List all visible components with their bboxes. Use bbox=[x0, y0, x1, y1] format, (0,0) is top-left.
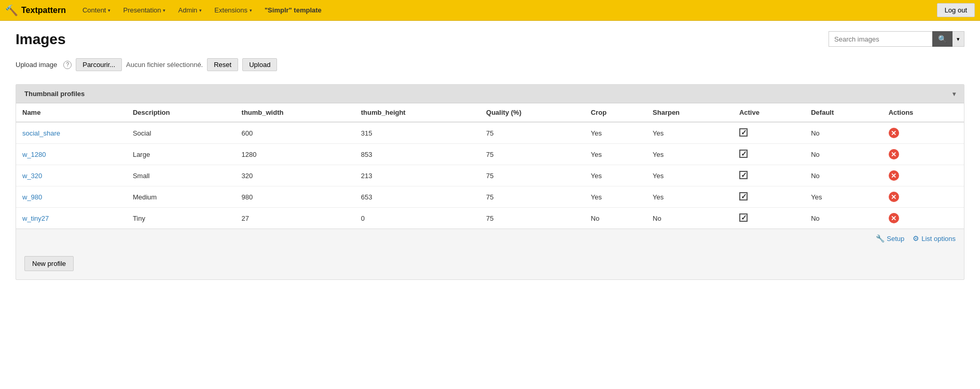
panel-collapse-icon[interactable]: ▾ bbox=[953, 90, 956, 98]
profile-default: No bbox=[805, 208, 882, 229]
profile-actions: ✕ bbox=[882, 208, 964, 229]
new-profile-button[interactable]: New profile bbox=[24, 256, 74, 271]
profile-description: Medium bbox=[127, 186, 236, 208]
gear-icon: ⚙ bbox=[913, 234, 919, 243]
profile-name-link[interactable]: w_tiny27 bbox=[22, 214, 49, 222]
nav-item-admin[interactable]: Admin ▾ bbox=[172, 0, 208, 21]
profile-description: Small bbox=[127, 165, 236, 186]
col-quality: Quality (%) bbox=[480, 103, 585, 122]
upload-row: Upload image ? Parcourir... Aucun fichie… bbox=[16, 58, 964, 71]
col-default: Default bbox=[805, 103, 882, 122]
table-header: Name Description thumb_width thumb_heigh… bbox=[16, 103, 964, 122]
profile-name-link[interactable]: social_share bbox=[22, 129, 60, 137]
panel-footer: 🔧 Setup ⚙ List options bbox=[16, 229, 964, 248]
page-title: Images bbox=[16, 31, 66, 48]
reset-button[interactable]: Reset bbox=[207, 58, 238, 71]
profiles-table: Name Description thumb_width thumb_heigh… bbox=[16, 103, 964, 229]
active-checkbox[interactable] bbox=[739, 171, 748, 179]
col-description: Description bbox=[127, 103, 236, 122]
nav-extensions-label: Extensions bbox=[214, 6, 247, 14]
profile-actions: ✕ bbox=[882, 122, 964, 144]
table-row: w_tiny27 Tiny 27 0 75 No No No ✕ bbox=[16, 208, 964, 229]
col-thumb-width: thumb_width bbox=[236, 103, 355, 122]
profile-crop: Yes bbox=[585, 165, 646, 186]
delete-icon[interactable]: ✕ bbox=[889, 170, 899, 181]
profile-thumb-height: 653 bbox=[355, 186, 480, 208]
file-name-display: Aucun fichier sélectionné. bbox=[126, 61, 203, 69]
profile-crop: No bbox=[585, 208, 646, 229]
active-checkbox[interactable] bbox=[739, 150, 748, 158]
active-checkbox[interactable] bbox=[739, 128, 748, 137]
wrench-icon: 🔧 bbox=[876, 234, 885, 243]
nav-presentation-label: Presentation bbox=[123, 6, 161, 14]
profile-active[interactable] bbox=[733, 208, 805, 229]
nav-item-presentation[interactable]: Presentation ▾ bbox=[117, 0, 172, 21]
profile-sharpen: Yes bbox=[646, 144, 733, 165]
table-row: w_1280 Large 1280 853 75 Yes Yes No ✕ bbox=[16, 144, 964, 165]
search-input[interactable] bbox=[829, 31, 932, 47]
delete-icon[interactable]: ✕ bbox=[889, 213, 899, 223]
delete-icon[interactable]: ✕ bbox=[889, 149, 899, 159]
nav-item-content[interactable]: Content ▾ bbox=[76, 0, 117, 21]
table-row: w_980 Medium 980 653 75 Yes Yes Yes ✕ bbox=[16, 186, 964, 208]
profile-active[interactable] bbox=[733, 165, 805, 186]
profile-thumb-width: 320 bbox=[236, 165, 355, 186]
profile-thumb-height: 0 bbox=[355, 208, 480, 229]
nav-item-extensions[interactable]: Extensions ▾ bbox=[208, 0, 258, 21]
brand-name: Textpattern bbox=[21, 6, 66, 15]
active-checkbox[interactable] bbox=[739, 213, 748, 222]
list-options-link[interactable]: ⚙ List options bbox=[913, 234, 956, 243]
upload-button[interactable]: Upload bbox=[242, 58, 277, 71]
browse-button[interactable]: Parcourir... bbox=[76, 58, 122, 71]
logout-button[interactable]: Log out bbox=[937, 3, 975, 17]
help-icon[interactable]: ? bbox=[63, 61, 72, 69]
page-header: Images 🔍 ▾ bbox=[16, 31, 964, 48]
delete-icon[interactable]: ✕ bbox=[889, 128, 899, 138]
profile-name-link[interactable]: w_980 bbox=[22, 193, 42, 201]
profile-name-link[interactable]: w_320 bbox=[22, 172, 42, 180]
profile-actions: ✕ bbox=[882, 165, 964, 186]
profile-thumb-width: 980 bbox=[236, 186, 355, 208]
profiles-panel: Thumbnail profiles ▾ Name Description th… bbox=[16, 84, 964, 280]
brand-logo[interactable]: 🔨 Textpattern bbox=[5, 4, 66, 17]
profile-crop: Yes bbox=[585, 144, 646, 165]
profile-thumb-width: 27 bbox=[236, 208, 355, 229]
profile-quality: 75 bbox=[480, 165, 585, 186]
active-checkbox[interactable] bbox=[739, 192, 748, 200]
profile-sharpen: Yes bbox=[646, 165, 733, 186]
nav-menu: Content ▾ Presentation ▾ Admin ▾ Extensi… bbox=[76, 0, 328, 21]
profile-quality: 75 bbox=[480, 186, 585, 208]
profiles-header: Thumbnail profiles ▾ bbox=[16, 85, 964, 103]
search-dropdown-button[interactable]: ▾ bbox=[953, 31, 964, 47]
profile-sharpen: Yes bbox=[646, 186, 733, 208]
table-wrapper: Name Description thumb_width thumb_heigh… bbox=[16, 103, 964, 229]
profile-sharpen: Yes bbox=[646, 122, 733, 144]
profile-default: No bbox=[805, 144, 882, 165]
search-button[interactable]: 🔍 bbox=[932, 31, 953, 47]
upload-label: Upload image bbox=[16, 61, 57, 69]
table-body: social_share Social 600 315 75 Yes Yes N… bbox=[16, 122, 964, 229]
col-thumb-height: thumb_height bbox=[355, 103, 480, 122]
profiles-title: Thumbnail profiles bbox=[24, 90, 85, 98]
delete-icon[interactable]: ✕ bbox=[889, 192, 899, 202]
profile-active[interactable] bbox=[733, 144, 805, 165]
profile-thumb-height: 213 bbox=[355, 165, 480, 186]
chevron-down-icon: ▾ bbox=[108, 8, 111, 13]
profile-description: Large bbox=[127, 144, 236, 165]
nav-template: "Simplr" template bbox=[258, 0, 328, 21]
profile-active[interactable] bbox=[733, 122, 805, 144]
nav-admin-label: Admin bbox=[178, 6, 197, 14]
col-active: Active bbox=[733, 103, 805, 122]
profile-active[interactable] bbox=[733, 186, 805, 208]
profile-default: No bbox=[805, 165, 882, 186]
profile-quality: 75 bbox=[480, 122, 585, 144]
setup-label: Setup bbox=[887, 235, 904, 243]
search-area: 🔍 ▾ bbox=[829, 31, 964, 47]
setup-link[interactable]: 🔧 Setup bbox=[876, 234, 904, 243]
profile-name-link[interactable]: w_1280 bbox=[22, 151, 46, 158]
navbar: 🔨 Textpattern Content ▾ Presentation ▾ A… bbox=[0, 0, 980, 21]
chevron-down-icon: ▾ bbox=[163, 8, 165, 13]
profile-quality: 75 bbox=[480, 144, 585, 165]
profile-description: Social bbox=[127, 122, 236, 144]
col-crop: Crop bbox=[585, 103, 646, 122]
